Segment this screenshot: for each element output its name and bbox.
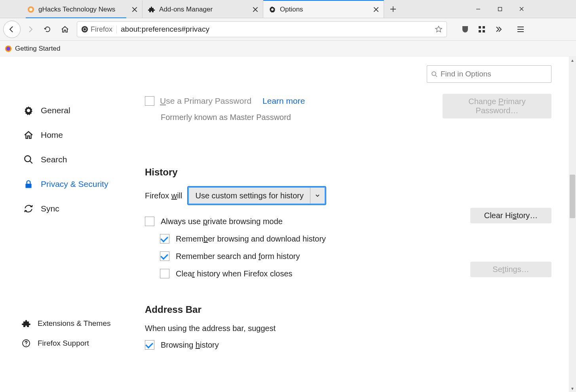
svg-point-1	[29, 8, 32, 11]
svg-point-2	[271, 8, 274, 11]
svg-rect-7	[479, 26, 481, 29]
clear-on-close-checkbox[interactable]	[160, 269, 169, 278]
sidebar-item-privacy[interactable]: Privacy & Security	[22, 172, 135, 196]
firefox-will-label: Firefox will	[145, 191, 182, 200]
svg-point-12	[6, 47, 10, 51]
sidebar-item-general[interactable]: General	[22, 98, 135, 123]
gear-icon	[269, 6, 276, 13]
history-heading: History	[145, 167, 551, 178]
firefox-logo-icon	[5, 45, 12, 52]
change-primary-password-button: Change Primary Password…	[443, 94, 551, 118]
close-icon[interactable]	[252, 6, 259, 13]
sb-label: Extensions & Themes	[38, 319, 110, 328]
learn-more-link[interactable]: Learn more	[262, 96, 305, 106]
tab-title: gHacks Technology News	[38, 6, 128, 13]
svg-rect-9	[479, 30, 481, 32]
sidebar-item-search[interactable]: Search	[22, 147, 135, 172]
titlebar: gHacks Technology News Add-ons Manager O…	[0, 0, 576, 18]
back-button[interactable]	[3, 21, 21, 38]
hamburger-menu-button[interactable]	[513, 21, 528, 37]
scroll-up-arrow[interactable]: ▲	[569, 57, 576, 64]
always-private-checkbox[interactable]	[145, 217, 154, 226]
bookmark-getting-started[interactable]: Getting Started	[5, 45, 60, 53]
svg-rect-3	[498, 7, 502, 11]
identity-box[interactable]: Firefox	[81, 25, 117, 34]
sidebar-firefox-support[interactable]: Firefox Support	[22, 333, 110, 353]
puzzle-icon	[148, 6, 155, 13]
reload-button[interactable]	[40, 21, 55, 37]
identity-label: Firefox	[91, 25, 112, 34]
sidebar-item-home[interactable]: Home	[22, 123, 135, 147]
bookmark-label: Getting Started	[15, 45, 60, 53]
svg-point-14	[25, 156, 30, 162]
tab-addons[interactable]: Add-ons Manager	[143, 0, 263, 18]
url-bar[interactable]: Firefox	[77, 21, 447, 37]
preferences-sidebar: General Home Search Privacy & Security S…	[0, 57, 135, 392]
find-in-options[interactable]	[427, 65, 551, 83]
lock-icon	[23, 179, 34, 189]
sidebar-item-sync[interactable]: Sync	[22, 196, 135, 221]
new-tab-button[interactable]	[384, 0, 402, 18]
address-bar-heading: Address Bar	[145, 304, 551, 315]
tab-title: Add-ons Manager	[159, 6, 249, 13]
tab-dropdown-space	[0, 0, 22, 18]
use-primary-password-checkbox[interactable]	[145, 96, 154, 106]
window-close-button[interactable]	[511, 0, 532, 18]
url-input[interactable]	[121, 25, 435, 34]
remember-search-label: Remember search and form history	[176, 252, 300, 261]
sb-label: Firefox Support	[38, 339, 89, 348]
close-icon[interactable]	[373, 6, 380, 13]
svg-rect-10	[483, 30, 485, 32]
svg-point-13	[27, 109, 30, 112]
extensions-icon[interactable]	[474, 21, 490, 37]
gear-icon	[23, 105, 34, 116]
home-icon	[23, 130, 34, 140]
history-mode-select[interactable]: Use custom settings for history	[188, 186, 325, 205]
address-bar-section: Address Bar When using the address bar, …	[145, 304, 551, 358]
suggest-browsing-history-label: Browsing history	[161, 341, 219, 350]
svg-point-17	[432, 72, 436, 76]
tab-ghacks[interactable]: gHacks Technology News	[22, 0, 143, 18]
remember-search-checkbox[interactable]	[160, 251, 169, 261]
nav-label: Search	[41, 155, 67, 164]
chevron-down-icon	[310, 193, 325, 198]
remember-browsing-checkbox[interactable]	[160, 234, 169, 244]
forward-button[interactable]	[22, 21, 38, 37]
ghacks-favicon	[27, 6, 34, 13]
clear-history-button[interactable]: Clear History…	[470, 208, 551, 223]
bookmark-star-icon[interactable]	[435, 25, 443, 33]
preferences-content: General Home Search Privacy & Security S…	[0, 57, 576, 392]
nav-label: Home	[41, 130, 63, 140]
history-section: History Firefox will Use custom settings…	[145, 167, 551, 286]
scroll-down-arrow[interactable]: ▼	[569, 385, 576, 392]
navigation-toolbar: Firefox	[0, 18, 576, 41]
always-private-label: Always use private browsing mode	[161, 217, 283, 226]
help-icon	[22, 339, 30, 348]
remember-browsing-label: Remember browsing and download history	[176, 234, 326, 244]
maximize-button[interactable]	[489, 0, 511, 18]
nav-label: General	[41, 106, 70, 115]
tab-options[interactable]: Options	[263, 0, 384, 18]
find-input[interactable]	[441, 70, 547, 78]
address-bar-subtitle: When using the address bar, suggest	[145, 324, 551, 333]
search-icon	[23, 154, 34, 165]
home-button[interactable]	[57, 21, 73, 37]
close-icon[interactable]	[131, 6, 138, 13]
suggest-browsing-history-checkbox[interactable]	[145, 340, 154, 350]
sidebar-extensions-themes[interactable]: Extensions & Themes	[22, 314, 110, 333]
minimize-button[interactable]	[467, 0, 489, 18]
bookmarks-toolbar: Getting Started	[0, 41, 576, 57]
use-primary-password-label: Use a Primary Password	[160, 96, 251, 106]
sync-icon	[23, 204, 34, 214]
ublock-icon[interactable]	[457, 21, 473, 37]
preferences-main: Use a Primary Password Learn more Change…	[135, 57, 576, 392]
puzzle-icon	[22, 319, 30, 328]
nav-label: Privacy & Security	[41, 179, 108, 189]
vertical-scrollbar[interactable]: ▲ ▼	[569, 57, 576, 392]
overflow-icon[interactable]	[490, 21, 506, 37]
svg-rect-8	[483, 26, 485, 29]
tab-title: Options	[280, 6, 369, 13]
scroll-thumb[interactable]	[570, 175, 575, 218]
history-settings-button: Settings…	[470, 262, 551, 277]
tab-loading-indicator	[26, 17, 126, 18]
